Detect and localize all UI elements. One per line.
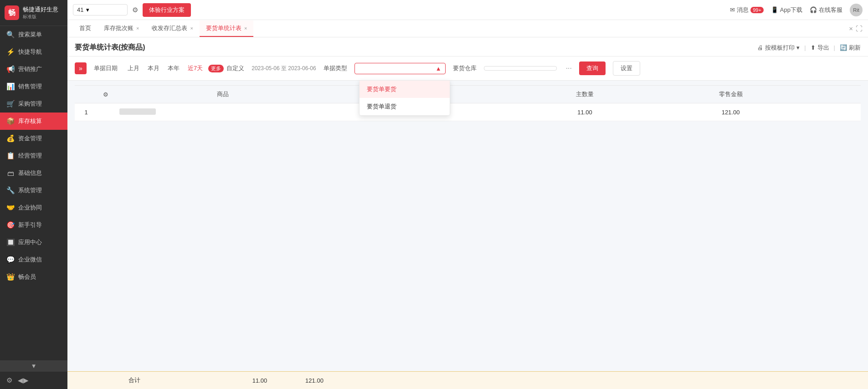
sidebar-item-label: 快捷导航 (18, 48, 42, 56)
footer-amount: 121.00 (287, 377, 342, 384)
expand-tabs-btn[interactable]: ⛶ (856, 25, 863, 32)
online-service-item[interactable]: 🎧 在线客服 (810, 6, 842, 14)
close-tab-summary[interactable]: × (190, 26, 193, 31)
settings-icon[interactable]: ⚙ (6, 376, 12, 384)
query-btn[interactable]: 查询 (579, 61, 606, 75)
wechat-icon: 💬 (6, 256, 15, 264)
table-area: ⚙ 商品 主计量单位 主数量 零售金额 1 (67, 81, 868, 371)
sidebar-item-label: 库存核算 (18, 117, 42, 125)
topbar-gear-icon[interactable]: ⚙ (132, 6, 138, 14)
download-icon: 📱 (771, 6, 778, 13)
sidebar-item-marketing[interactable]: 📢营销推广 (0, 61, 67, 78)
marketing-icon: 📢 (6, 65, 15, 73)
sidebar-footer: ⚙ ◀▶ (0, 371, 67, 389)
print-template-btn[interactable]: 🖨 按模板打印 ▾ (757, 44, 800, 52)
col-header-index (75, 86, 98, 103)
collapse-icon[interactable]: ◀▶ (18, 376, 29, 384)
col-header-product: 商品 (114, 86, 332, 103)
filter-more-btn[interactable]: ··· (566, 64, 572, 72)
message-icon: ✉ (730, 6, 735, 13)
topbar: 41 ▾ ⚙ 体验行业方案 ✉ 消息 99+ 📱 App下载 🎧 在线客服 Ri… (67, 0, 868, 20)
sidebar-item-wechat[interactable]: 💬企业微信 (0, 251, 67, 268)
sidebar-search[interactable]: 🔍 搜索菜单 (0, 26, 67, 43)
cell-qty: 11.00 (519, 103, 651, 121)
footer-label: 合计 (73, 376, 178, 384)
close-tab-batch[interactable]: × (136, 26, 139, 31)
basic-icon: 🗃 (6, 169, 15, 177)
print-icon: 🖨 (757, 44, 763, 51)
date-last7days-btn[interactable]: 近7天 (185, 63, 205, 73)
sidebar-item-label: 经营管理 (18, 152, 42, 160)
tab-summary[interactable]: 收发存汇总表 × (145, 20, 199, 37)
sidebar-item-guide[interactable]: 🎯新手引导 (0, 216, 67, 234)
user-avatar[interactable]: Rit (850, 4, 863, 16)
tab-batch[interactable]: 库存批次账 × (98, 20, 145, 37)
company-selector[interactable]: 41 ▾ (73, 4, 128, 15)
page-content: 要货单统计表(按商品) 🖨 按模板打印 ▾ | ⬆ 导出 | 🔄 刷新 (67, 37, 868, 389)
cell-extra (810, 103, 861, 121)
quicknav-icon: ⚡ (6, 48, 15, 56)
date-range-display: 2023-05-06 至 2023-06-06 (252, 65, 316, 72)
app-download-item[interactable]: 📱 App下载 (771, 6, 802, 14)
actions-divider2: | (834, 44, 835, 51)
main-content: 41 ▾ ⚙ 体验行业方案 ✉ 消息 99+ 📱 App下载 🎧 在线客服 Ri… (67, 0, 868, 389)
date-this-year-btn[interactable]: 本年 (165, 63, 182, 73)
finance-icon: 💰 (6, 134, 15, 143)
sidebar-item-purchase[interactable]: 🛒采购管理 (0, 95, 67, 113)
page-actions: 🖨 按模板打印 ▾ | ⬆ 导出 | 🔄 刷新 (757, 44, 861, 52)
sidebar-item-inventory[interactable]: 📦库存核算 (0, 113, 67, 130)
sidebar-item-label: 基础信息 (18, 169, 42, 177)
cell-amount: 121.00 (651, 103, 811, 121)
sidebar-item-label: 系统管理 (18, 186, 42, 194)
trial-btn[interactable]: 体验行业方案 (143, 3, 191, 17)
product-placeholder (119, 108, 156, 115)
sidebar-item-operation[interactable]: 📋经营管理 (0, 147, 67, 164)
type-select[interactable]: ▲ (354, 63, 446, 74)
sidebar-item-finance[interactable]: 💰资金管理 (0, 130, 67, 147)
cell-index: 1 (75, 103, 98, 121)
export-btn[interactable]: ⬆ 导出 (811, 44, 829, 52)
logo-icon: 畅 (5, 5, 19, 20)
sidebar-item-system[interactable]: 🔧系统管理 (0, 182, 67, 199)
tab-order-stat[interactable]: 要货单统计表 × (200, 20, 253, 37)
tab-home[interactable]: 首页 (73, 20, 98, 37)
table-settings-icon[interactable]: ⚙ (103, 91, 108, 98)
messages-item[interactable]: ✉ 消息 99+ (730, 6, 764, 14)
date-last-month-btn[interactable]: 上月 (125, 63, 142, 73)
dropdown-option-order-return[interactable]: 要货单退货 (360, 98, 450, 115)
sidebar-item-corp[interactable]: 🤝企业协同 (0, 199, 67, 216)
warehouse-input[interactable] (484, 66, 557, 71)
refresh-btn[interactable]: 🔄 刷新 (840, 44, 861, 52)
date-more-tag[interactable]: 更多 (208, 65, 224, 72)
col-header-amount: 零售金额 (651, 86, 811, 103)
purchase-icon: 🛒 (6, 100, 15, 108)
close-tab-order-stat[interactable]: × (244, 26, 247, 31)
col-header-settings: ⚙ (98, 86, 114, 103)
tab-label-summary: 收发存汇总表 (152, 24, 187, 32)
sidebar-item-quicknav[interactable]: ⚡快捷导航 (0, 43, 67, 61)
sidebar-item-label: 营销推广 (18, 65, 42, 73)
sidebar-item-vip[interactable]: 👑畅会员 (0, 268, 67, 286)
date-custom-btn[interactable]: 自定义 (226, 64, 244, 72)
sidebar-item-label: 企业微信 (18, 256, 42, 264)
vip-icon: 👑 (6, 273, 15, 281)
tabs-bar: 首页库存批次账 ×收发存汇总表 ×要货单统计表 × × ⛶ (67, 20, 868, 37)
sidebar-scroll-down[interactable]: ▼ (0, 360, 67, 371)
filter-expand-btn[interactable]: » (75, 62, 87, 74)
date-this-month-btn[interactable]: 本月 (145, 63, 162, 73)
actions-divider: | (804, 44, 806, 51)
data-table: ⚙ 商品 主计量单位 主数量 零售金额 1 (75, 85, 861, 121)
footer-qty: 11.00 (232, 377, 287, 384)
sidebar-item-sales[interactable]: 📊销售管理 (0, 78, 67, 95)
system-icon: 🔧 (6, 186, 15, 194)
close-all-tabs-btn[interactable]: × (849, 25, 853, 32)
sidebar-item-apps[interactable]: 🔲应用中心 (0, 234, 67, 251)
sidebar-item-basic[interactable]: 🗃基础信息 (0, 164, 67, 182)
date-label: 单据日期 (94, 64, 118, 72)
dropdown-option-order-goods[interactable]: 要货单要货 (360, 81, 450, 98)
headset-icon: 🎧 (810, 6, 817, 13)
sidebar: 畅 畅捷通好生意 标准版 🔍 搜索菜单 ⚡快捷导航📢营销推广📊销售管理🛒采购管理… (0, 0, 67, 389)
filter-settings-btn[interactable]: 设置 (613, 61, 640, 76)
sidebar-item-label: 资金管理 (18, 134, 42, 143)
type-chevron-up-icon: ▲ (436, 65, 442, 72)
